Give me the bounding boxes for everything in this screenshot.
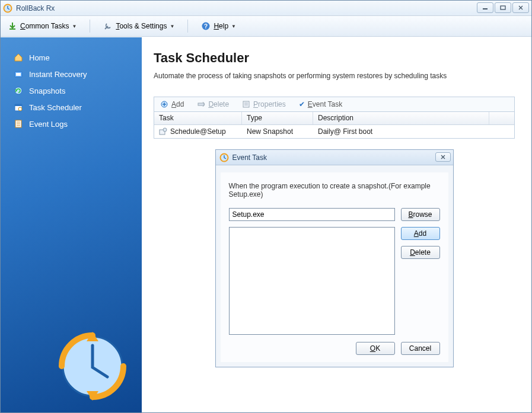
home-icon — [14, 53, 23, 62]
program-listbox[interactable] — [229, 227, 395, 335]
separator — [187, 20, 188, 33]
page-title: Task Scheduler — [154, 50, 515, 66]
col-spacer — [489, 112, 514, 124]
check-icon: ✔ — [299, 100, 305, 108]
close-button[interactable] — [512, 2, 529, 13]
sidebar-item-event-logs[interactable]: Event Logs — [1, 116, 142, 132]
delete-button[interactable]: Delete — [401, 246, 440, 259]
svg-rect-1 — [483, 8, 488, 9]
ok-button[interactable]: OK — [356, 342, 395, 355]
browse-button[interactable]: Browse — [401, 208, 440, 221]
sidebar-item-label: Snapshots — [29, 87, 65, 95]
clock-logo-icon — [51, 325, 134, 402]
svg-rect-18 — [198, 103, 204, 105]
add-button[interactable]: Add — [401, 227, 440, 240]
common-tasks-menu[interactable]: Common Tasks ▼ — [5, 20, 79, 32]
cell-task: Schedule@Setup — [154, 125, 242, 138]
add-icon — [160, 100, 168, 108]
help-menu[interactable]: ? Help ▼ — [199, 20, 238, 32]
minimize-button[interactable] — [477, 2, 493, 13]
app-window: RollBack Rx Common Tasks ▼ Tools & Setti… — [0, 0, 532, 413]
page-description: Automate the process of taking snapshots… — [154, 72, 515, 80]
sidebar-item-task-scheduler[interactable]: Task Scheduler — [1, 99, 142, 116]
delete-task-button[interactable]: Delete — [195, 100, 231, 109]
task-panel: Add Delete Properties ✔ Event Task — [154, 97, 515, 139]
download-arrow-icon — [8, 21, 17, 31]
task-toolbar: Add Delete Properties ✔ Event Task — [154, 97, 514, 112]
properties-button[interactable]: Properties — [240, 100, 288, 109]
dialog-instruction: When the program execution to create a s… — [229, 182, 440, 199]
help-label: elp — [219, 22, 228, 30]
app-icon — [219, 153, 229, 162]
tools-settings-menu[interactable]: Tools & Settings ▼ — [101, 20, 177, 32]
sidebar-item-snapshots[interactable]: Snapshots — [1, 82, 142, 99]
window-controls — [477, 2, 529, 13]
chevron-down-icon: ▼ — [72, 24, 77, 29]
chevron-down-icon: ▼ — [170, 24, 174, 29]
scheduler-icon — [14, 103, 23, 112]
chevron-down-icon: ▼ — [231, 24, 236, 29]
dialog-title: Event Task — [232, 153, 267, 162]
recovery-icon — [14, 69, 23, 79]
cell-type: New Snapshot — [242, 125, 313, 138]
delete-icon — [197, 100, 205, 108]
dialog-footer: OK Cancel — [229, 335, 440, 355]
snapshot-icon — [14, 86, 23, 95]
col-task[interactable]: Task — [154, 112, 242, 124]
main-toolbar: Common Tasks ▼ Tools & Settings ▼ ? Help… — [1, 16, 531, 37]
dialog-titlebar: Event Task — [216, 150, 453, 165]
dialog-area: Event Task When the program execution to… — [154, 149, 515, 367]
sidebar-item-home[interactable]: Home — [1, 49, 142, 66]
sidebar: Home Instant Recovery Snapshots Task Sch… — [1, 37, 142, 412]
properties-icon — [242, 100, 250, 108]
event-task-dialog: Event Task When the program execution to… — [215, 149, 454, 367]
svg-rect-10 — [15, 104, 22, 106]
program-input[interactable] — [229, 208, 395, 221]
main-area: Home Instant Recovery Snapshots Task Sch… — [1, 37, 531, 412]
sidebar-item-label: Home — [29, 53, 50, 62]
common-tasks-label: ommon Tasks — [26, 22, 69, 30]
event-task-button[interactable]: ✔ Event Task — [297, 100, 345, 109]
col-type[interactable]: Type — [242, 112, 313, 124]
svg-text:?: ? — [204, 23, 208, 30]
svg-rect-2 — [501, 6, 505, 9]
svg-point-11 — [18, 107, 22, 111]
task-row-icon — [159, 127, 167, 136]
logs-icon — [14, 119, 23, 129]
sidebar-item-instant-recovery[interactable]: Instant Recovery — [1, 66, 142, 82]
cell-desc: Daily@ First boot — [313, 125, 489, 138]
sidebar-item-label: Task Scheduler — [29, 103, 82, 112]
add-task-button[interactable]: Add — [158, 100, 186, 109]
dialog-body: When the program execution to create a s… — [216, 165, 453, 367]
tools-icon — [103, 21, 113, 31]
svg-rect-3 — [9, 28, 15, 30]
svg-point-23 — [163, 128, 167, 132]
col-desc[interactable]: Description — [313, 112, 489, 124]
cancel-button[interactable]: Cancel — [401, 342, 440, 355]
titlebar: RollBack Rx — [1, 1, 531, 16]
task-table-header: Task Type Description — [154, 112, 514, 125]
table-row[interactable]: Schedule@Setup New Snapshot Daily@ First… — [154, 125, 514, 138]
sidebar-item-label: Event Logs — [29, 120, 68, 129]
content-area: Task Scheduler Automate the process of t… — [142, 37, 531, 412]
maximize-button[interactable] — [495, 2, 511, 13]
svg-rect-7 — [16, 73, 21, 76]
tools-settings-label: ools & Settings — [119, 22, 167, 30]
help-icon: ? — [201, 21, 211, 31]
app-icon — [3, 4, 12, 13]
separator — [90, 20, 90, 33]
svg-rect-19 — [243, 101, 249, 107]
dialog-close-button[interactable] — [435, 152, 451, 162]
window-title: RollBack Rx — [16, 4, 55, 12]
sidebar-item-label: Instant Recovery — [29, 70, 87, 79]
svg-point-8 — [15, 87, 22, 94]
